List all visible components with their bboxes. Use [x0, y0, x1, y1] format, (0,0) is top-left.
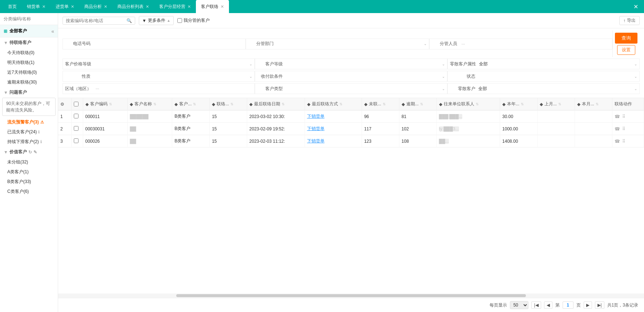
sort-icon-name[interactable]: ⇅ [153, 102, 156, 106]
sort-icon-overdue[interactable]: ⇅ [420, 102, 423, 106]
my-customers-check[interactable] [177, 18, 182, 23]
tab-sales[interactable]: 销货单 ✕ [22, 0, 51, 13]
sidebar-item-today[interactable]: 今天待联络(0) [0, 48, 58, 58]
filter-row-4: 区域（地区） ··· 客户类型 ⌄ 零散客户 全部 ⌄ [63, 83, 640, 94]
tab-home[interactable]: 首页 [3, 0, 22, 13]
select-all-checkbox[interactable] [74, 102, 79, 106]
sort-icon-last-month[interactable]: ⇅ [558, 102, 561, 106]
tab-product-analysis-list[interactable]: 商品分析列表 ✕ [112, 0, 154, 13]
price-grade-select[interactable]: ⌄ [94, 62, 252, 66]
sort-icon-type[interactable]: ⇅ [193, 102, 196, 106]
last-page-button[interactable]: ▶| [595, 301, 604, 309]
zero-attr-select[interactable]: 全部 ⌄ [479, 61, 637, 67]
sidebar-all-customers[interactable]: ⊞ 全部客户 « [0, 25, 58, 37]
arrow-down-icon2: ▼ [4, 90, 8, 95]
query-button[interactable]: 查询 [615, 33, 637, 44]
horizontal-scrollbar[interactable] [58, 293, 644, 298]
row2-year: 1000.00 [500, 123, 538, 135]
search-box[interactable]: 🔍 [63, 17, 135, 25]
tab-product-analysis-close[interactable]: ✕ [104, 4, 107, 9]
row1-method[interactable]: 下销货单 [305, 110, 362, 123]
row2-person: ty ███3... [436, 123, 500, 135]
sidebar-item-7days[interactable]: 近7天待联络(0) [0, 68, 58, 77]
tab-sales-close[interactable]: ✕ [42, 4, 45, 9]
search-input[interactable] [66, 18, 126, 23]
next-page-button[interactable]: ▶ [584, 301, 592, 309]
tab-purchase[interactable]: 进货单 ✕ [51, 0, 79, 13]
filter-person: 分管人员 ··· [429, 39, 612, 49]
col-settings[interactable]: ⚙ [58, 98, 71, 110]
sort-icon-this-month[interactable]: ⇅ [596, 102, 599, 106]
sidebar-item-tomorrow[interactable]: 明天待联络(1) [0, 58, 58, 68]
customer-type-select[interactable]: ⌄ [286, 87, 444, 91]
sidebar-item-declining[interactable]: 持续下滑客户(2) ℹ [0, 137, 58, 147]
export-button[interactable]: ↑ 导出 [619, 16, 640, 25]
tab-customer-segment-close[interactable]: ✕ [188, 4, 191, 9]
row2-method[interactable]: 下销货单 [305, 123, 362, 135]
sidebar-section-value[interactable]: ▼ 价值客户 ↻ ✎ [0, 147, 58, 157]
sidebar-item-class-b[interactable]: B类客户(33) [0, 177, 58, 187]
sidebar-item-overdue[interactable]: 逾期未联络(30) [0, 77, 58, 87]
dots-icon[interactable]: ··· [462, 41, 465, 46]
row3-method[interactable]: 下销货单 [305, 135, 362, 147]
tab-customer-contact[interactable]: 客户联络 ✕ [196, 0, 229, 13]
region-select[interactable]: ··· [94, 86, 252, 91]
tab-bar: 首页 销货单 ✕ 进货单 ✕ 商品分析 ✕ 商品分析列表 ✕ 客户分层经营 ✕ … [0, 0, 644, 13]
sidebar-item-ungrouped[interactable]: 未分组(32) [0, 157, 58, 167]
action-contact-icon2[interactable]: ☎ [615, 126, 620, 131]
settings-button[interactable]: 设置 [617, 45, 635, 55]
zero-customer-select[interactable]: 全部 ⌄ [478, 86, 637, 92]
person-select[interactable]: ··· [460, 41, 610, 46]
sort-icon-date[interactable]: ⇅ [282, 102, 285, 106]
customer-grade-select[interactable]: ⌄ [286, 62, 444, 66]
tab-customer-contact-close[interactable]: ✕ [221, 4, 224, 9]
row2-checkbox[interactable] [71, 123, 83, 135]
sort-icon-code[interactable]: ⇅ [109, 102, 112, 106]
sort-icon-contact[interactable]: ⇅ [230, 102, 233, 106]
dept-select[interactable]: ⌄ [277, 42, 426, 46]
sidebar-search-input[interactable] [4, 16, 58, 21]
action-contact-icon[interactable]: ☎ [615, 114, 620, 119]
phone-input[interactable] [93, 41, 243, 46]
per-page-select[interactable]: 50 20 100 [510, 301, 528, 309]
action-more-icon3[interactable]: ⠿ [622, 139, 625, 144]
row1-checkbox[interactable] [71, 110, 83, 123]
more-conditions-button[interactable]: ▼ 更多条件 ▲ [139, 16, 174, 25]
action-more-icon2[interactable]: ⠿ [622, 126, 625, 131]
sort-icon-year[interactable]: ⇅ [521, 102, 524, 106]
status-select[interactable]: ⌄ [478, 74, 637, 78]
sort-icon-person[interactable]: ⇅ [476, 102, 479, 106]
filter-customer-grade: 客户等级 ⌄ [255, 58, 447, 69]
sidebar-item-class-a[interactable]: A类客户(1) [0, 167, 58, 177]
my-customers-checkbox[interactable]: 我分管的客户 [177, 17, 210, 24]
filter-row-2: 客户价格等级 ⌄ 客户等级 ⌄ 零散客户属性 全部 ⌄ [63, 58, 640, 69]
scrollbar-thumb[interactable] [176, 294, 526, 297]
sidebar-section-problem[interactable]: ▼ 问题客户 [0, 87, 58, 98]
tab-customer-segment[interactable]: 客户分层经营 ✕ [154, 0, 196, 13]
prev-page-button[interactable]: ◀ [544, 301, 552, 309]
region-dots-icon[interactable]: ··· [96, 86, 99, 91]
edit-icon[interactable]: ✎ [33, 150, 37, 155]
page-number-input[interactable] [563, 301, 573, 309]
sidebar-search-box[interactable]: 🔍 [0, 13, 58, 25]
action-contact-icon3[interactable]: ☎ [615, 139, 620, 144]
sidebar-item-class-c[interactable]: C类客户(6) [0, 187, 58, 196]
tab-product-analysis[interactable]: 商品分析 ✕ [79, 0, 112, 13]
sidebar-collapse-icon[interactable]: « [51, 28, 54, 34]
col-checkbox[interactable] [71, 98, 83, 110]
action-more-icon[interactable]: ⠿ [622, 114, 625, 119]
tab-product-list-close[interactable]: ✕ [146, 4, 149, 9]
sort-icon-unlisted[interactable]: ⇅ [383, 102, 386, 106]
window-close-button[interactable]: ✕ [631, 3, 641, 10]
tab-purchase-close[interactable]: ✕ [71, 4, 74, 9]
sidebar-item-churn-warning[interactable]: 流失预警客户(3) ⚠ [0, 117, 58, 127]
sort-icon-method[interactable]: ⇅ [339, 102, 342, 106]
refresh-icon[interactable]: ↻ [28, 150, 32, 155]
first-page-button[interactable]: |◀ [531, 301, 541, 309]
nature-select[interactable]: ⌄ [93, 74, 252, 78]
payment-select[interactable]: ⌄ [286, 74, 444, 78]
search-execute-icon[interactable]: 🔍 [126, 18, 132, 23]
sidebar-section-pending[interactable]: ▼ 待联络客户 [0, 37, 58, 48]
row3-checkbox[interactable] [71, 135, 83, 147]
sidebar-item-churned[interactable]: 已流失客户(24) ℹ [0, 127, 58, 137]
